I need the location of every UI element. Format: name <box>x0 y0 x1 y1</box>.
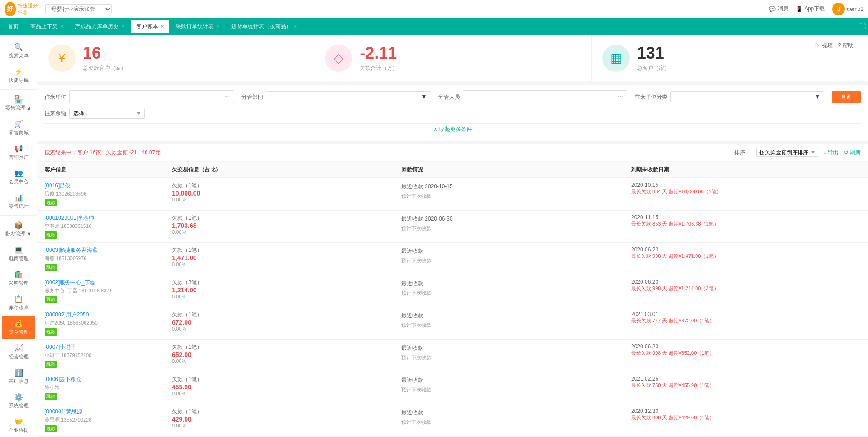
stats-header: ¥ 16 总欠款客户（家） ◇ -2.11 欠款合计（万） ▦ 131 总客户（… <box>37 35 868 81</box>
sort-select[interactable]: 按欠款金额倒序排序 <box>756 148 818 157</box>
customer-name-0[interactable]: [0016]吕俊 <box>45 182 172 190</box>
tab-home[interactable]: 首页 <box>2 20 24 33</box>
overdue-amount-link-0[interactable]: 超期¥10,000.00（1笔） <box>669 189 722 194</box>
tab-products-close[interactable]: × <box>60 24 63 29</box>
sidebar-item-member[interactable]: 👥 会员中心 <box>2 165 35 189</box>
stat-value-total: 131 <box>637 44 670 63</box>
video-button[interactable]: ▷ 视频 <box>815 42 833 50</box>
debt-amount-4[interactable]: 672.00 <box>172 319 401 326</box>
customer-name-1[interactable]: [0001020001]李老师 <box>45 214 172 222</box>
filter-manager-dots[interactable]: ··· <box>617 93 623 101</box>
debt-amount-1[interactable]: 1,703.68 <box>172 222 401 229</box>
due-date-6: 2021.02.26 <box>631 376 861 382</box>
top-bar: 好 畅捷通好生意 母婴行业演示账套 💬 消息 📱 App下载 d demo2 <box>0 0 868 18</box>
filter-collapse-button[interactable]: ∧ 收起更多条件 <box>45 123 861 135</box>
sidebar-item-retail-stats[interactable]: 📊 零售统计 <box>2 190 35 213</box>
tab-goods-stats[interactable]: 进货单统计表（按商品） × <box>226 20 302 33</box>
filter-unit-category-input[interactable]: ▼ <box>670 91 824 102</box>
customer-name-4[interactable]: [000002]用户2050 <box>45 311 172 319</box>
table-row: [0016]吕俊 吕俊 13026203696 现款 欠款（1笔） 10,000… <box>37 178 868 211</box>
message-button[interactable]: 💬 消息 <box>769 5 788 13</box>
filter-balance-select[interactable]: 选择... <box>69 108 145 119</box>
overdue-days-4: 最长欠款 747 天 超期¥672.00（1笔） <box>631 317 861 324</box>
member-icon: 👥 <box>14 169 23 177</box>
debt-amount-3[interactable]: 1,214.00 <box>172 286 401 294</box>
overdue-amount-link-4[interactable]: 超期¥672.00（1笔） <box>669 318 715 323</box>
query-button[interactable]: 查询 <box>832 91 861 103</box>
user-avatar-button[interactable]: d demo2 <box>832 3 863 15</box>
tab-goods-stats-close[interactable]: × <box>294 24 297 29</box>
due-date-col-0: 2020.10.15 最长欠款 884 天 超期¥10,000.00（1笔） <box>631 182 861 195</box>
tab-account-close[interactable]: × <box>161 24 164 29</box>
tab-products[interactable]: 商品上下架 × <box>25 20 69 33</box>
filter-department-input[interactable]: ▼ <box>266 91 431 102</box>
due-date-7: 2020.12.30 <box>631 408 861 414</box>
sidebar-item-purchase[interactable]: 🛍️ 采购管理 <box>2 266 35 290</box>
sidebar-item-retail-mgmt[interactable]: 🏪 零售管理 ▲ <box>2 91 35 115</box>
sidebar-item-wholesale[interactable]: 📦 批发管理 ▼ <box>2 217 35 241</box>
refresh-button[interactable]: ↺ 刷新 <box>844 149 861 156</box>
sidebar-item-basic-info[interactable]: ℹ️ 基础信息 <box>2 365 35 388</box>
sidebar-item-inventory[interactable]: 📋 库存核算 <box>2 291 35 315</box>
export-button[interactable]: ↓ 导出 <box>823 149 838 156</box>
due-date-col-7: 2020.12.30 最长欠款 808 天 超期¥429.00（1笔） <box>631 408 861 421</box>
divider-1 <box>0 89 37 90</box>
collection-info-0: 最近收款 2020-10-15 预计下次收款 <box>401 182 631 201</box>
debt-count-1: 欠款（1笔） <box>172 214 401 222</box>
tab-minimize-button[interactable]: — <box>849 23 856 30</box>
sidebar-item-collab[interactable]: 🤝 企业协同 <box>2 414 35 437</box>
tab-inventory-close[interactable]: × <box>121 24 124 29</box>
result-actions: 排序： 按欠款金额倒序排序 ↓ 导出 ↺ 刷新 <box>734 148 861 157</box>
overdue-amount-link-6[interactable]: 超期¥455.90（1笔） <box>669 382 715 388</box>
col-header-customer: 客户信息 <box>45 166 172 174</box>
tab-inventory[interactable]: 产成品入库单历史 × <box>70 20 130 33</box>
inventory-icon: 📋 <box>14 295 23 303</box>
last-collection-5: 最近收款 <box>401 343 631 353</box>
customer-info-1: [0001020001]李老师 李老师 18600391516 现款 <box>45 214 172 239</box>
debt-amount-2[interactable]: 1,471.00 <box>172 254 401 261</box>
customer-name-5[interactable]: [0007]小进干 <box>45 343 172 351</box>
customer-name-7[interactable]: [000001]黄思源 <box>45 408 172 416</box>
stat-value-debt: -2.11 <box>360 44 398 63</box>
sidebar-item-business[interactable]: 📈 经营管理 <box>2 340 35 364</box>
customer-tag-6: 现款 <box>45 393 57 400</box>
tab-account[interactable]: 客户账本 × <box>131 20 169 33</box>
overdue-amount-link-7[interactable]: 超期¥429.00（1笔） <box>669 415 715 420</box>
top-right: 💬 消息 📱 App下载 d demo2 <box>769 3 863 15</box>
sidebar-item-search[interactable]: 🔍 搜索菜单 <box>2 39 35 63</box>
overdue-amount-link-2[interactable]: 超期¥1,471.00（1笔） <box>669 253 719 259</box>
stat-label-customers: 总欠款客户（家） <box>83 65 126 72</box>
overdue-amount-link-1[interactable]: 超期¥1,703.68（1笔） <box>669 221 719 226</box>
tab-purchase[interactable]: 采购订单统计表 × <box>170 20 225 33</box>
filter-from-unit-dots[interactable]: ··· <box>224 93 230 101</box>
help-button[interactable]: ? 帮助 <box>838 42 853 50</box>
sidebar-item-ecommerce[interactable]: 💻 电商管理 <box>2 242 35 266</box>
debt-amount-6[interactable]: 455.90 <box>172 383 401 391</box>
customer-name-3[interactable]: [0002]服务中心_丁磊 <box>45 279 172 286</box>
stat-card-overdue-customers: ¥ 16 总欠款客户（家） <box>37 35 314 81</box>
sidebar-item-system[interactable]: ⚙️ 系统管理 <box>2 389 35 413</box>
stat-icon-total: ▦ <box>602 45 630 72</box>
sidebar-item-finance[interactable]: 💰 资金管理 <box>2 316 35 339</box>
tab-purchase-close[interactable]: × <box>216 24 219 29</box>
overdue-amount-link-5[interactable]: 超期¥652.00（1笔） <box>669 350 715 356</box>
next-collection-4: 预计下次收款 <box>401 321 631 330</box>
sidebar-item-marketing[interactable]: 📢 营销推广 <box>2 141 35 164</box>
sidebar-item-retail-mall[interactable]: 🛒 零售商城 <box>2 116 35 140</box>
debt-amount-5[interactable]: 652.00 <box>172 351 401 358</box>
sidebar-item-quick-nav[interactable]: ⚡ 快捷导航 <box>2 64 35 87</box>
debt-amount-7[interactable]: 429.00 <box>172 416 401 423</box>
next-collection-0: 预计下次收款 <box>401 192 631 201</box>
overdue-amount-link-3[interactable]: 超期¥1,214.00（3笔） <box>669 286 719 291</box>
industry-select[interactable]: 母婴行业演示账套 <box>45 4 112 14</box>
filter-from-unit-input[interactable]: ··· <box>69 90 234 103</box>
app-download-button[interactable]: 📱 App下载 <box>796 5 825 13</box>
debt-amount-0[interactable]: 10,000.00 <box>172 190 401 197</box>
logo-icon: 好 <box>5 2 16 16</box>
tab-maximize-button[interactable]: ⛶ <box>859 23 866 30</box>
customer-name-2[interactable]: [0003]畅捷服务尹海燕 <box>45 246 172 254</box>
due-date-5: 2020.06.23 <box>631 343 861 350</box>
collection-info-4: 最近收款 预计下次收款 <box>401 311 631 330</box>
filter-manager-input[interactable]: ··· <box>463 90 628 103</box>
customer-name-6[interactable]: [0006]去下粮仓 <box>45 376 172 383</box>
